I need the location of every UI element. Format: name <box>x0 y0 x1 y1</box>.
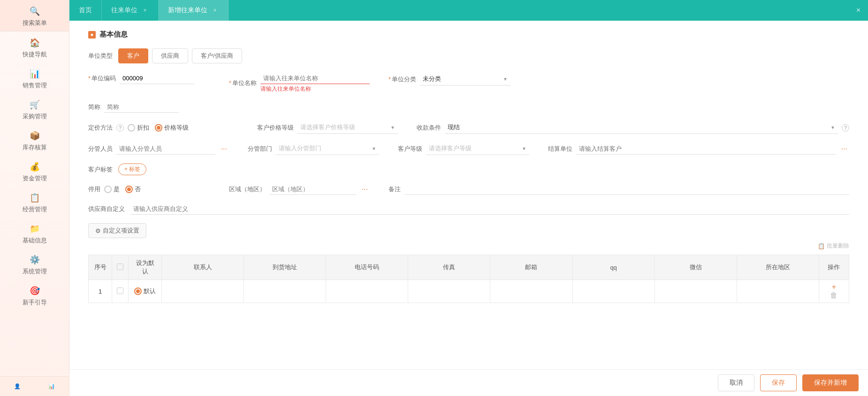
row-default-radio[interactable]: 默认 <box>133 287 157 295</box>
settlement-unit-input[interactable] <box>576 143 836 155</box>
sidebar-stats-btn[interactable]: 📊 <box>35 380 69 392</box>
row-email[interactable] <box>490 280 572 303</box>
radio-yes-circle <box>104 186 112 193</box>
sidebar-bottom: 👤 📊 <box>0 376 69 396</box>
purchase-icon: 🛒 <box>29 99 40 110</box>
col-header-num: 序号 <box>89 255 112 280</box>
guide-icon: 🎯 <box>29 285 40 296</box>
chevron-down-icon: ▼ <box>830 125 835 130</box>
settlement-unit-ellipsis-btn[interactable]: ··· <box>839 145 849 153</box>
unit-btn-supplier[interactable]: 供应商 <box>152 48 188 63</box>
remarks-input[interactable] <box>404 184 849 195</box>
unit-type-row: 单位类型 客户 供应商 客户/供应商 <box>88 48 849 63</box>
remarks-label: 备注 <box>388 185 401 194</box>
row-checkbox[interactable] <box>117 287 123 294</box>
manager-input[interactable] <box>116 143 215 155</box>
sales-icon: 📊 <box>29 68 40 79</box>
row-qq[interactable] <box>572 280 655 303</box>
search-icon: 🔍 <box>29 6 40 17</box>
supplier-custom-input[interactable] <box>130 203 849 215</box>
save-button[interactable]: 保存 <box>760 374 797 391</box>
tab-new-partner-label: 新增往来单位 <box>168 6 207 15</box>
pricing-help-icon[interactable]: ? <box>116 124 124 132</box>
unit-btn-both[interactable]: 客户/供应商 <box>192 48 242 63</box>
address-input[interactable] <box>249 288 321 295</box>
dept-select[interactable]: 请输入分管部门 ▼ <box>276 142 379 155</box>
row-abbr: 简称 <box>88 101 849 113</box>
radio-yes[interactable]: 是 <box>104 185 120 194</box>
tab-new-partner-close[interactable]: × <box>211 7 219 14</box>
tab-partners-label: 往来单位 <box>111 6 137 15</box>
custom-settings-btn[interactable]: ⚙ 自定义项设置 <box>88 223 146 238</box>
customer-level-select[interactable]: 请选择客户等级 ▼ <box>426 142 529 155</box>
radio-no-label: 否 <box>135 185 141 194</box>
radio-price-level[interactable]: 价格等级 <box>155 124 189 132</box>
sidebar-item-finance[interactable]: 💰 资金管理 <box>0 155 69 186</box>
batch-delete-wrapper[interactable]: 📋 批量删除 <box>88 242 849 250</box>
row-phone[interactable] <box>326 280 408 303</box>
row-pricing: 定价方法 ? 折扣 价格等级 <box>88 121 849 134</box>
tab-partners[interactable]: 往来单位 × <box>102 0 159 21</box>
unit-code-input[interactable] <box>120 73 195 84</box>
sidebar-item-label: 新手引导 <box>23 298 47 307</box>
dept-placeholder: 请输入分管部门 <box>279 144 321 153</box>
row-disabled-region: 停用 是 否 区域（地区） <box>88 184 849 195</box>
select-all-checkbox[interactable] <box>117 264 123 270</box>
col-header-checkbox <box>112 255 129 280</box>
customer-price-level-select[interactable]: 请选择客户价格等级 ▼ <box>297 121 398 134</box>
tab-home[interactable]: 首页 <box>69 0 102 21</box>
region-ellipsis-btn[interactable]: ··· <box>360 185 370 194</box>
sidebar-search-label: 搜索菜单 <box>23 19 47 27</box>
sidebar-search[interactable]: 🔍 搜索菜单 <box>0 0 69 31</box>
settlement-unit-label: 结算单位 <box>548 145 572 153</box>
radio-price-level-circle <box>155 124 162 132</box>
contact-input[interactable] <box>167 288 239 295</box>
sidebar-user-btn[interactable]: 👤 <box>0 380 35 392</box>
row-address[interactable] <box>244 280 326 303</box>
sidebar-item-system[interactable]: ⚙️ 系统管理 <box>0 248 69 280</box>
row-wechat[interactable] <box>655 280 737 303</box>
cancel-button[interactable]: 取消 <box>718 374 754 391</box>
col-header-action: 操作 <box>819 255 849 280</box>
save-new-button[interactable]: 保存并新增 <box>802 374 859 391</box>
row-fax[interactable] <box>408 280 490 303</box>
region-table-input[interactable] <box>742 288 814 295</box>
sidebar-item-basic-info[interactable]: 📁 基础信息 <box>0 217 69 248</box>
sidebar-item-purchase[interactable]: 🛒 采购管理 <box>0 93 69 124</box>
radio-discount-label: 折扣 <box>137 124 149 132</box>
row-region[interactable] <box>737 280 819 303</box>
add-tag-btn[interactable]: + 标签 <box>118 163 146 175</box>
radio-discount[interactable]: 折扣 <box>128 124 149 132</box>
payment-terms-select[interactable]: 现结 ▼ <box>445 121 838 134</box>
unit-name-input[interactable] <box>260 73 370 84</box>
email-input[interactable] <box>495 288 567 295</box>
window-close-btn[interactable]: × <box>849 6 868 15</box>
col-header-default: 设为默认 <box>129 255 162 280</box>
radio-no[interactable]: 否 <box>125 185 141 194</box>
tab-partners-close[interactable]: × <box>141 7 149 14</box>
tab-new-partner[interactable]: 新增往来单位 × <box>159 0 228 21</box>
unit-btn-customer[interactable]: 客户 <box>118 48 148 63</box>
contacts-table: 序号 设为默认 联系人 到货地址 电话号码 传真 邮箱 qq 微信 所在地区 <box>88 255 849 303</box>
sidebar: 🔍 搜索菜单 🏠 快捷导航 📊 销售管理 🛒 采购管理 📦 库存核算 💰 资金管… <box>0 0 69 396</box>
phone-input[interactable] <box>331 288 403 295</box>
fax-input[interactable] <box>413 288 485 295</box>
wechat-input[interactable] <box>660 288 732 295</box>
manager-ellipsis-btn[interactable]: ··· <box>219 145 229 153</box>
abbr-input[interactable] <box>104 101 179 113</box>
add-row-btn[interactable]: + <box>832 283 836 291</box>
row-contact[interactable] <box>162 280 244 303</box>
sidebar-item-inventory[interactable]: 📦 库存核算 <box>0 124 69 155</box>
payment-terms-help-icon[interactable]: ? <box>842 124 849 132</box>
qq-input[interactable] <box>578 288 650 295</box>
sidebar-item-guide[interactable]: 🎯 新手引导 <box>0 280 69 311</box>
delete-row-btn[interactable]: 🗑 <box>830 291 838 299</box>
region-input[interactable] <box>269 184 356 195</box>
unit-name-field-wrapper: 请输入往来单位名称 <box>260 73 370 93</box>
unit-category-select[interactable]: 未分类 ▼ <box>420 73 510 85</box>
sidebar-item-quick-nav[interactable]: 🏠 快捷导航 <box>0 31 69 62</box>
unit-category-label: *单位分类 <box>388 75 416 84</box>
col-header-email: 邮箱 <box>490 255 572 280</box>
sidebar-item-sales[interactable]: 📊 销售管理 <box>0 62 69 93</box>
sidebar-item-operations[interactable]: 📋 经营管理 <box>0 186 69 217</box>
